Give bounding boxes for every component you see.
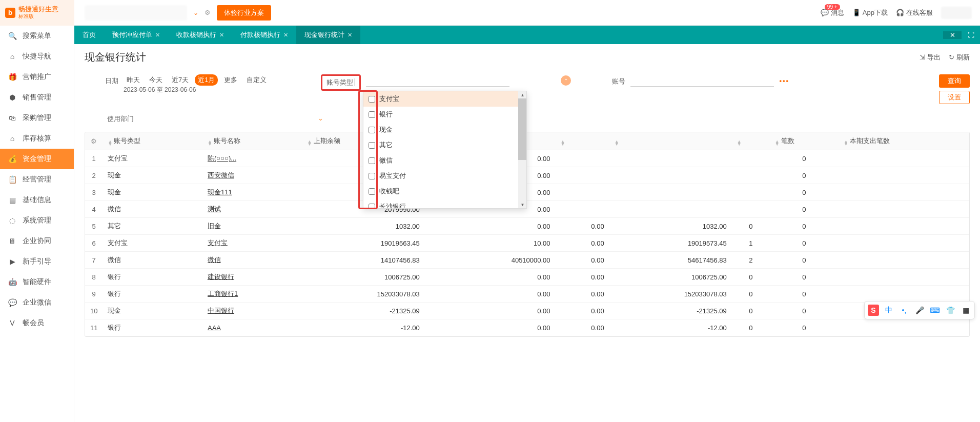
- service-label: 在线客服: [906, 8, 933, 17]
- fullscreen-icon[interactable]: ⛶: [962, 31, 980, 39]
- tab-label: 首页: [83, 30, 96, 39]
- tab-2[interactable]: 收款核销执行✕: [168, 26, 232, 44]
- top-header: b 畅捷通好生意 标准版 ⌄ ⚙ 体验行业方案 💬 99 + 消息 📱 App下…: [0, 0, 980, 26]
- tab-bar: 首页预付冲应付单✕收款核销执行✕付款核销执行✕现金银行统计✕ ✕ ⛶: [74, 26, 980, 44]
- sidebar-icon: 🔍: [8, 32, 16, 40]
- message-icon: 💬: [821, 9, 829, 16]
- close-icon[interactable]: ✕: [155, 32, 160, 38]
- close-icon[interactable]: ✕: [348, 32, 352, 38]
- tab-0[interactable]: 首页: [74, 26, 104, 44]
- logo-area: b 畅捷通好生意 标准版: [0, 0, 74, 26]
- app-download-link[interactable]: 📱 App下载: [852, 8, 888, 17]
- tab-label: 预付冲应付单: [112, 30, 152, 39]
- sidebar-item-0[interactable]: 🔍搜索菜单: [0, 26, 74, 44]
- close-icon[interactable]: ✕: [219, 32, 224, 38]
- tab-label: 现金银行统计: [304, 30, 344, 39]
- user-avatar-blurred[interactable]: [941, 7, 972, 19]
- message-badge: 99 +: [825, 4, 840, 10]
- sidebar: 🔍搜索菜单⌂快捷导航🎁营销推广⬢销售管理🛍采购管理⌂库存核算💰资金管理📋经营管理…: [0, 26, 74, 44]
- topbar-right: 💬 99 + 消息 📱 App下载 🎧 在线客服: [821, 7, 980, 19]
- close-tab-icon[interactable]: ✕: [943, 31, 962, 39]
- close-icon[interactable]: ✕: [283, 32, 288, 38]
- tab-1[interactable]: 预付冲应付单✕: [104, 26, 168, 44]
- tab-3[interactable]: 付款核销执行✕: [232, 26, 296, 44]
- gear-icon[interactable]: ⚙: [205, 9, 211, 16]
- service-link[interactable]: 🎧 在线客服: [896, 8, 933, 17]
- tab-4[interactable]: 现金银行统计✕: [296, 26, 360, 44]
- messages-link[interactable]: 💬 99 + 消息: [821, 8, 844, 17]
- tab-label: 收款核销执行: [176, 30, 216, 39]
- chevron-down-icon[interactable]: ⌄: [193, 9, 198, 16]
- app-download-label: App下载: [863, 8, 888, 17]
- company-selector-blurred[interactable]: [85, 5, 187, 21]
- brand-edition: 标准版: [18, 13, 58, 20]
- sidebar-item-label: 搜索菜单: [23, 31, 51, 41]
- phone-icon: 📱: [852, 9, 861, 16]
- brand-name: 畅捷通好生意: [18, 5, 58, 13]
- logo-icon: b: [5, 8, 15, 18]
- industry-button[interactable]: 体验行业方案: [217, 5, 271, 21]
- headset-icon: 🎧: [896, 9, 904, 16]
- tab-label: 付款核销执行: [240, 30, 280, 39]
